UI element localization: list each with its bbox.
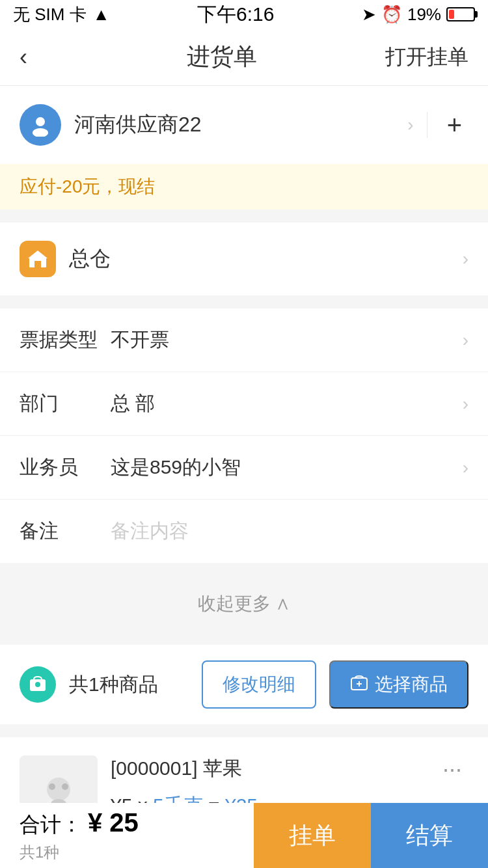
product-bar: 共1种商品 修改明细 选择商品 <box>0 645 488 724</box>
add-supplier-button[interactable]: + <box>441 111 468 140</box>
warning-banner: 应付-20元，现结 <box>0 164 488 210</box>
battery-label: 19% <box>407 5 441 25</box>
back-button[interactable]: ‹ <box>20 44 59 71</box>
remark-label: 备注 <box>20 518 98 545</box>
warehouse-chevron-icon: › <box>463 249 468 269</box>
product-icon <box>20 666 56 703</box>
dept-value: 总 部 <box>98 390 463 417</box>
supplier-name: 河南供应商22 <box>74 111 407 139</box>
product-name: [0000001] 苹果 <box>111 755 423 782</box>
back-icon: ‹ <box>20 44 27 71</box>
edit-detail-button[interactable]: 修改明细 <box>202 660 316 709</box>
select-product-button[interactable]: 选择商品 <box>329 660 468 709</box>
dept-chevron-icon: › <box>463 394 468 414</box>
supplier-row[interactable]: 河南供应商22 › + <box>0 86 488 164</box>
warehouse-name: 总仓 <box>69 245 463 273</box>
battery-icon <box>446 7 475 21</box>
remark-input[interactable]: 备注内容 <box>98 518 468 545</box>
status-bar: 无 SIM 卡 ▲ 下午6:16 ➤ ⏰ 19% <box>0 0 488 29</box>
nav-bar: ‹ 进货单 打开挂单 <box>0 29 488 86</box>
total-label: 合计： <box>20 813 82 836</box>
hang-button[interactable]: 挂单 <box>254 803 371 868</box>
supplier-section: 河南供应商22 › + 应付-20元，现结 <box>0 86 488 210</box>
checkout-button[interactable]: 结算 <box>371 803 488 868</box>
sales-chevron-icon: › <box>463 457 468 478</box>
svg-rect-4 <box>34 261 41 267</box>
total-section: 合计： ¥ 25 共1种 <box>0 803 254 868</box>
status-time: 下午6:16 <box>197 1 274 28</box>
collapse-toggle[interactable]: 收起更多 ∧ <box>0 576 488 632</box>
dept-row[interactable]: 部门 总 部 › <box>0 372 488 436</box>
svg-point-12 <box>49 783 55 790</box>
gap <box>0 632 488 645</box>
svg-point-0 <box>36 117 45 126</box>
status-left: 无 SIM 卡 ▲ <box>13 3 109 26</box>
page-title: 进货单 <box>187 41 257 73</box>
invoice-label: 票据类型 <box>20 327 98 353</box>
form-section: 票据类型 不开票 › 部门 总 部 › 业务员 这是859的小智 › 备注 备注… <box>0 308 488 563</box>
warehouse-section: 总仓 › <box>0 223 488 295</box>
invoice-row[interactable]: 票据类型 不开票 › <box>0 308 488 372</box>
sales-value: 这是859的小智 <box>98 454 463 481</box>
svg-marker-3 <box>28 251 47 258</box>
invoice-value: 不开票 <box>98 327 463 353</box>
open-hang-button[interactable]: 打开挂单 <box>385 43 468 72</box>
sales-label: 业务员 <box>20 454 98 481</box>
svg-point-6 <box>35 682 40 687</box>
svg-point-13 <box>62 783 68 790</box>
product-count: 共1种商品 <box>69 671 189 698</box>
dept-label: 部门 <box>20 390 98 417</box>
invoice-chevron-icon: › <box>463 330 468 351</box>
total-count: 共1种 <box>20 842 234 863</box>
svg-point-1 <box>33 128 48 137</box>
status-right: ➤ ⏰ 19% <box>362 5 475 25</box>
select-product-label: 选择商品 <box>375 672 448 697</box>
wifi-icon: ▲ <box>93 5 110 25</box>
bottom-bar: 合计： ¥ 25 共1种 挂单 结算 <box>0 803 488 868</box>
location-icon: ➤ <box>362 5 376 25</box>
sales-row[interactable]: 业务员 这是859的小智 › <box>0 436 488 500</box>
carrier-label: 无 SIM 卡 <box>13 3 87 26</box>
warehouse-icon <box>20 241 56 277</box>
total-amount: ¥ 25 <box>88 808 139 837</box>
remark-row[interactable]: 备注 备注内容 <box>0 500 488 563</box>
product-more-button[interactable]: ··· <box>436 755 468 783</box>
supplier-avatar <box>20 104 61 146</box>
supplier-chevron-icon: › <box>407 115 413 135</box>
warehouse-row[interactable]: 总仓 › <box>0 223 488 295</box>
divider <box>427 112 427 138</box>
alarm-icon: ⏰ <box>381 5 402 25</box>
